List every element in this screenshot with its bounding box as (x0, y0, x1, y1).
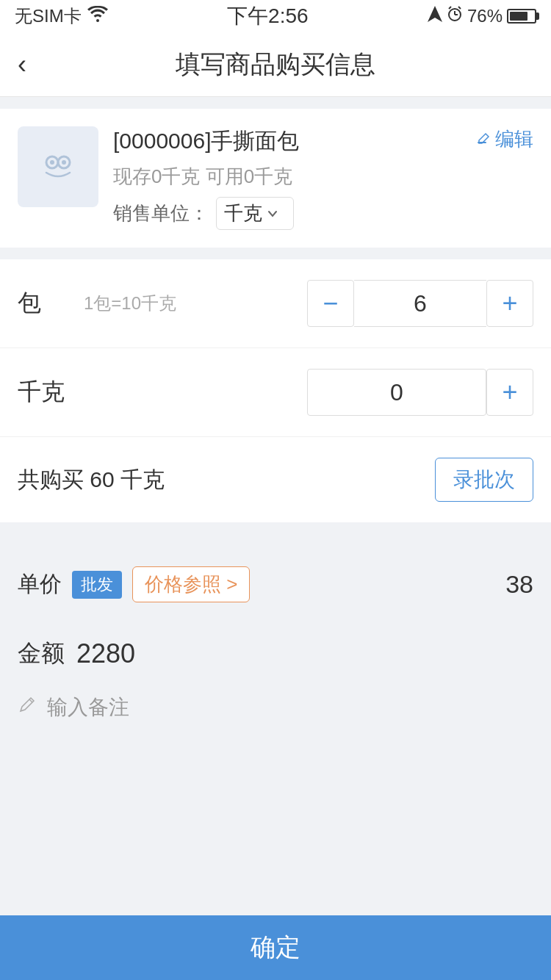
unit-kg-label: 千克 (18, 376, 76, 408)
gps-icon (428, 6, 442, 26)
nav-bar: ‹ 填写商品购买信息 (0, 32, 551, 97)
unit-bao-label: 包 (18, 287, 76, 320)
back-button[interactable]: ‹ (18, 49, 26, 80)
confirm-button[interactable]: 确定 (0, 915, 551, 980)
svg-point-9 (62, 160, 66, 165)
product-section: [0000006]手撕面包 编辑 现存0千克 可用0千克 销售单位： 千克 (0, 109, 551, 248)
status-time: 下午2:56 (227, 2, 309, 30)
decrement-bao-button[interactable]: − (307, 280, 354, 327)
product-unit-row: 销售单位： 千克 (113, 197, 533, 230)
product-name: [0000006]手撕面包 (113, 126, 299, 156)
quantity-row-kg: 千克 + (0, 348, 551, 437)
svg-line-4 (449, 7, 451, 9)
amount-label: 金额 (18, 638, 65, 670)
price-value: 38 (505, 570, 533, 599)
quantity-controls-kg: + (307, 369, 533, 416)
quantity-row-bao: 包 1包=10千克 − + (0, 259, 551, 348)
remark-row[interactable]: 输入备注 (18, 682, 533, 739)
wifi-icon (87, 6, 108, 26)
unit-label: 销售单位： (113, 201, 209, 226)
page-title: 填写商品购买信息 (176, 48, 375, 82)
unit-selector[interactable]: 千克 (216, 197, 294, 230)
status-right: 76% (428, 6, 536, 26)
unit-bao-hint: 1包=10千克 (84, 292, 307, 315)
price-badge: 批发 (72, 571, 122, 599)
svg-marker-0 (428, 6, 442, 22)
quantity-controls-bao: − + (307, 280, 533, 327)
quantity-bao-input[interactable] (354, 280, 486, 327)
chevron-down-icon (267, 208, 278, 220)
amount-section: 金额 2280 输入备注 (0, 623, 551, 739)
status-bar: 无SIM卡 下午2:56 76% (0, 0, 551, 32)
status-left: 无SIM卡 (15, 4, 108, 28)
increment-kg-button[interactable]: + (486, 369, 533, 416)
amount-row: 金额 2280 (18, 638, 533, 682)
edit-icon (476, 131, 492, 148)
summary-section: 共购买 60 千克 录批次 (0, 437, 551, 522)
edit-button[interactable]: 编辑 (476, 126, 533, 152)
price-reference-button[interactable]: 价格参照 > (132, 566, 250, 602)
pencil-icon (18, 695, 38, 721)
carrier-label: 无SIM卡 (15, 4, 82, 28)
svg-point-8 (50, 160, 54, 165)
increment-bao-button[interactable]: + (486, 280, 533, 327)
product-logo-icon (36, 145, 80, 189)
price-section: 单价 批发 价格参照 > 38 (0, 546, 551, 623)
product-info: [0000006]手撕面包 编辑 现存0千克 可用0千克 销售单位： 千克 (113, 126, 533, 230)
svg-line-5 (458, 7, 461, 9)
price-row: 单价 批发 价格参照 > 38 (18, 566, 533, 602)
summary-text: 共购买 60 千克 (18, 465, 165, 495)
remark-placeholder: 输入备注 (47, 693, 129, 721)
battery-percent: 76% (467, 6, 503, 26)
product-thumbnail (18, 126, 98, 207)
separator (0, 522, 551, 534)
price-label: 单价 (18, 569, 62, 599)
quantity-section: 包 1包=10千克 − + 千克 + (0, 259, 551, 437)
quantity-kg-input[interactable] (307, 369, 486, 416)
battery-icon (507, 9, 536, 24)
product-stock: 现存0千克 可用0千克 (113, 164, 533, 190)
batch-button[interactable]: 录批次 (435, 458, 533, 502)
alarm-icon (447, 6, 463, 26)
amount-value: 2280 (76, 638, 135, 669)
